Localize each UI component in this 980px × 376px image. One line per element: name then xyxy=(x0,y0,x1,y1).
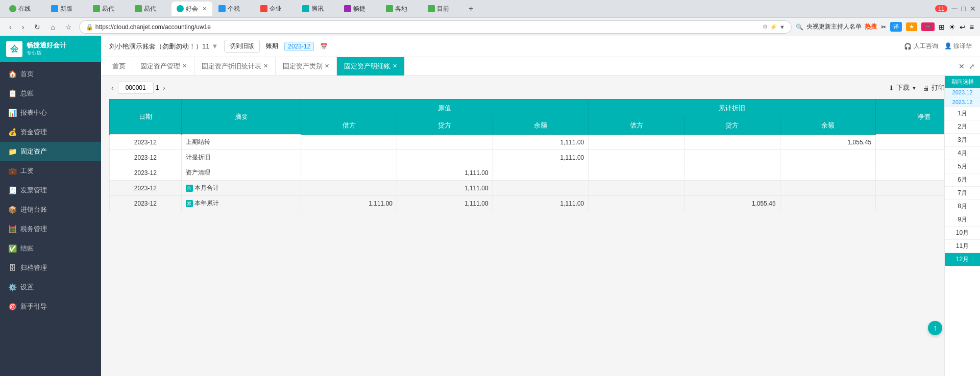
sidebar-item-reports[interactable]: 📊 报表中心 xyxy=(0,103,101,122)
browser-tab-geshui[interactable]: 个税 xyxy=(213,2,254,16)
period-month-10[interactable]: 10月 xyxy=(945,227,980,240)
browser-tab-tengxun[interactable]: 腾讯 xyxy=(297,2,338,16)
sidebar-item-fixed-assets[interactable]: 📁 固定资产 xyxy=(0,142,101,161)
brightness-icon[interactable]: ☀ xyxy=(949,23,955,31)
period-selector-title: 期间选择 xyxy=(946,78,979,86)
forward-button[interactable]: › xyxy=(19,22,28,32)
period-month-11[interactable]: 11月 xyxy=(945,240,980,253)
sidebar-label-funds: 资金管理 xyxy=(20,128,47,137)
sidebar-item-tax[interactable]: 🧮 税务管理 xyxy=(0,219,101,239)
browser-maximize[interactable]: □ xyxy=(962,5,966,13)
download-button[interactable]: ⬇ 下载 ▼ xyxy=(889,83,917,92)
tab-fixed-assets-mgmt-close[interactable]: ✕ xyxy=(182,63,187,69)
back-button[interactable]: ‹ xyxy=(6,22,15,32)
period-month-7[interactable]: 7月 xyxy=(945,187,980,200)
period-month-12[interactable]: 12月 xyxy=(945,253,980,266)
tab-asset-detail-close[interactable]: ✕ xyxy=(393,63,397,69)
period-selector-header[interactable]: 期间选择 xyxy=(945,76,980,88)
switch-version-button[interactable]: 切到旧版 xyxy=(224,40,260,53)
cell-summary: 计提折旧 xyxy=(181,150,301,165)
page-prev-button[interactable]: ‹ xyxy=(109,84,116,92)
browser-tab-online[interactable]: 在线 xyxy=(4,2,45,16)
tab-depreciation-stats-close[interactable]: ✕ xyxy=(263,63,268,69)
url-settings-icon[interactable]: ⚙ xyxy=(763,23,768,30)
browser-tab-yidai2[interactable]: 易代 xyxy=(130,2,170,16)
bookmark-button[interactable]: ☆ xyxy=(62,22,75,32)
undo-icon[interactable]: ↩ xyxy=(960,23,966,31)
scroll-top-button[interactable]: ↑ xyxy=(928,321,942,335)
browser-tab-new[interactable]: 新版 xyxy=(46,2,87,16)
browser-minimize[interactable]: ─ xyxy=(951,4,957,13)
browser-tab-muqian[interactable]: 目前 xyxy=(423,2,463,16)
browser-tab-yidai1[interactable]: 易代 xyxy=(88,2,129,16)
sidebar-item-guide[interactable]: 🎯 新手引导 xyxy=(0,297,101,316)
tab-depreciation-stats[interactable]: 固定资产折旧统计表 ✕ xyxy=(194,57,276,76)
tab-home[interactable]: 首页 xyxy=(105,57,133,76)
sidebar-item-settings[interactable]: ⚙️ 设置 xyxy=(0,278,101,297)
home-button[interactable]: ⌂ xyxy=(47,22,58,32)
browser-tab-haokuai[interactable]: 好会 ✕ xyxy=(172,2,212,16)
browser-tab-qiye[interactable]: 企业 xyxy=(255,2,296,16)
browser-tab-close[interactable]: ✕ xyxy=(202,6,207,12)
translate-icon[interactable]: 译 xyxy=(890,22,902,32)
new-tab-button[interactable]: + xyxy=(464,4,477,13)
menu-icon[interactable]: ≡ xyxy=(970,23,974,31)
notification-badge[interactable]: 11 xyxy=(935,5,947,12)
cell-accum-credit xyxy=(684,181,780,196)
period-selected-start: 2023.12 xyxy=(945,88,980,97)
download-icon: ⬇ xyxy=(889,84,894,92)
tab-collapse-button[interactable]: ✕ xyxy=(958,61,966,71)
sidebar-item-invoice[interactable]: 🧾 发票管理 xyxy=(0,181,101,200)
address-bar: ‹ › ↻ ⌂ ☆ 🔒 https://cloud.chanjet.com/ac… xyxy=(0,17,980,36)
tab-asset-category[interactable]: 固定资产类别 ✕ xyxy=(276,57,337,76)
tab-asset-category-close[interactable]: ✕ xyxy=(325,63,329,69)
browser-tab-gedi[interactable]: 各地 xyxy=(381,2,422,16)
page-next-button[interactable]: › xyxy=(161,84,167,92)
tab-asset-detail[interactable]: 固定资产明细账 ✕ xyxy=(337,57,405,76)
sidebar-item-payroll[interactable]: 💼 工资 xyxy=(0,161,101,181)
grid-icon[interactable]: ⊞ xyxy=(939,23,945,31)
browser-tab-changjie[interactable]: 畅捷 xyxy=(339,2,380,16)
sidebar-item-purchase-sale[interactable]: 📦 进销台账 xyxy=(0,200,101,219)
scissors-icon[interactable]: ✂ xyxy=(881,23,886,31)
sidebar-item-ledger[interactable]: 📋 总账 xyxy=(0,84,101,103)
account-dropdown-icon[interactable]: ▼ xyxy=(211,42,218,50)
url-dropdown-icon[interactable]: ▼ xyxy=(779,24,785,30)
cell-orig-credit xyxy=(397,150,493,165)
header-orig-credit: 贷方 xyxy=(397,117,493,135)
account-selector[interactable]: 刘小艳演示账套（勿删勿动！）11 ▼ xyxy=(109,42,218,51)
header-accum-credit: 贷方 xyxy=(684,117,780,135)
period-month-9[interactable]: 9月 xyxy=(945,213,980,227)
star-icon[interactable]: ★ xyxy=(906,22,917,31)
sidebar-item-archive[interactable]: 🗄 归档管理 xyxy=(0,258,101,278)
tab-expand-button[interactable]: ⤢ xyxy=(968,61,976,71)
sidebar-item-funds[interactable]: 💰 资金管理 xyxy=(0,122,101,142)
period-month-2[interactable]: 2月 xyxy=(945,120,980,134)
print-button[interactable]: 🖨 打印 xyxy=(923,83,945,92)
browser-close[interactable]: ✕ xyxy=(970,5,976,13)
period-month-3[interactable]: 3月 xyxy=(945,134,980,147)
period-month-6[interactable]: 6月 xyxy=(945,173,980,187)
customer-service-button[interactable]: 🎧 人工咨询 xyxy=(904,42,938,51)
calendar-icon[interactable]: 📅 xyxy=(320,43,328,50)
tab-fixed-assets-mgmt[interactable]: 固定资产管理 ✕ xyxy=(133,57,194,76)
game-icon[interactable]: 🎮 xyxy=(921,22,935,31)
url-bar[interactable]: 🔒 https://cloud.chanjet.com/accounting/u… xyxy=(79,20,792,34)
url-text: https://cloud.chanjet.com/accounting/uw1… xyxy=(95,23,761,31)
sidebar-item-closing[interactable]: ✅ 结账 xyxy=(0,239,101,258)
search-area[interactable]: 🔍 央视更新主持人名单 热搜 xyxy=(796,22,877,31)
period-month-1[interactable]: 1月 xyxy=(945,107,980,120)
sidebar-label-settings: 设置 xyxy=(20,283,34,292)
refresh-button[interactable]: ↻ xyxy=(31,22,43,32)
period-selector: 期间选择 2023.12 2023.12 1月 2月 3月 4月 5月 6月 7… xyxy=(944,76,980,376)
period-month-8[interactable]: 8月 xyxy=(945,200,980,213)
period-month-5[interactable]: 5月 xyxy=(945,160,980,173)
ledger-icon: 📋 xyxy=(8,89,16,97)
url-lightning-icon[interactable]: ⚡ xyxy=(770,23,777,31)
period-month-4[interactable]: 4月 xyxy=(945,147,980,160)
page-number-input[interactable] xyxy=(118,82,154,94)
table-row: 2023-12 计提折旧 1,111.00 1,111.00 2023 xyxy=(110,150,972,165)
sidebar-item-home[interactable]: 🏠 首页 xyxy=(0,64,101,84)
period-badge[interactable]: 2023-12 xyxy=(284,42,314,51)
user-menu-button[interactable]: 👤 徐译华 xyxy=(944,42,972,51)
